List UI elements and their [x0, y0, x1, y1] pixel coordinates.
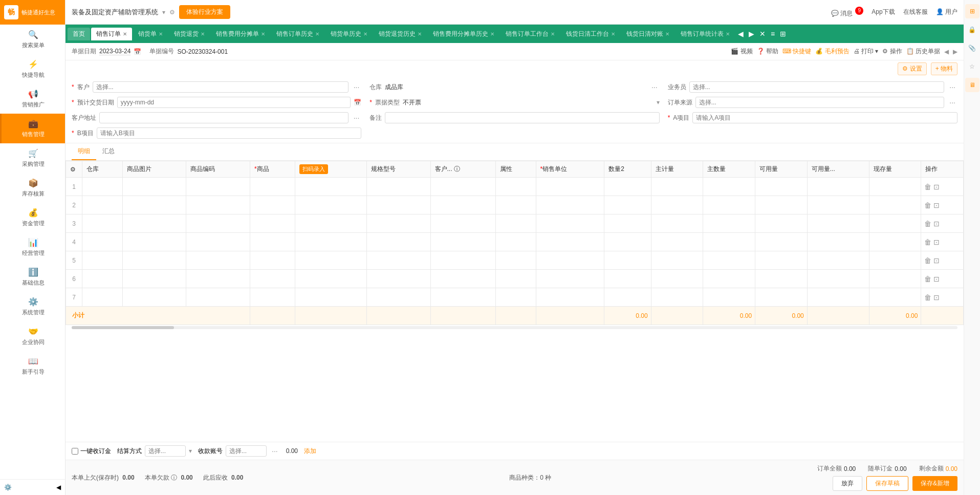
row-main-qty-4[interactable]: [703, 251, 755, 270]
tab-item-4[interactable]: 销售费用分摊单✕: [211, 28, 270, 40]
user-avatar[interactable]: 👤 用户: [936, 8, 957, 16]
row-product-5[interactable]: [250, 270, 295, 288]
receipt-more-btn[interactable]: ···: [270, 447, 280, 455]
delete-btn-4[interactable]: 🗑: [924, 256, 931, 265]
row-main-qty-6[interactable]: [703, 288, 755, 307]
row-attr-1[interactable]: [495, 196, 536, 214]
row-product-6[interactable]: [250, 288, 295, 307]
row-main-measure-6[interactable]: [651, 288, 703, 307]
delete-btn-3[interactable]: 🗑: [924, 238, 931, 246]
row-stock-6[interactable]: [869, 288, 921, 307]
tab-close-4[interactable]: ✕: [261, 31, 265, 37]
sidebar-item-系统管理[interactable]: ⚙️系统管理: [0, 292, 65, 321]
address-input[interactable]: [99, 112, 349, 123]
receipt-no-input[interactable]: [226, 445, 267, 457]
project-a-input[interactable]: [692, 112, 957, 123]
row-qty2-4[interactable]: [604, 251, 651, 270]
tab-close-12[interactable]: ✕: [726, 31, 730, 37]
row-available2-6[interactable]: [807, 288, 869, 307]
row-code-0[interactable]: [186, 178, 250, 196]
sidebar-item-采购管理[interactable]: 🛒采购管理: [0, 143, 65, 173]
row-available-4[interactable]: [755, 251, 808, 270]
right-icon-screen[interactable]: 🖥: [965, 78, 979, 92]
row-spec-3[interactable]: [366, 233, 430, 251]
sidebar-item-企业协同[interactable]: 🤝企业协同: [0, 321, 65, 351]
row-main-measure-1[interactable]: [651, 196, 703, 214]
row-spec-2[interactable]: [366, 214, 430, 233]
row-main-qty-2[interactable]: [703, 214, 755, 233]
row-available-3[interactable]: [755, 233, 808, 251]
row-available2-1[interactable]: [807, 196, 869, 214]
tab-close-6[interactable]: ✕: [363, 31, 367, 37]
sidebar-item-快捷导航[interactable]: ⚡快捷导航: [0, 54, 65, 84]
delete-btn-6[interactable]: 🗑: [924, 293, 931, 302]
sidebar-item-新手引导[interactable]: 📖新手引导: [0, 351, 65, 381]
row-product-3[interactable]: [250, 233, 295, 251]
row-spec-5[interactable]: [366, 270, 430, 288]
sidebar-item-资金管理[interactable]: 💰资金管理: [0, 203, 65, 232]
remark-input[interactable]: [385, 112, 659, 123]
row-customer-2[interactable]: [430, 214, 495, 233]
row-warehouse-5[interactable]: [82, 270, 123, 288]
settings-icon[interactable]: ⚙️: [4, 484, 12, 491]
tab-prev-btn[interactable]: ◀: [736, 29, 746, 39]
row-customer-3[interactable]: [430, 233, 495, 251]
shortcut-btn[interactable]: ⌨ 快捷键: [782, 47, 811, 56]
copy-btn-5[interactable]: ⊡: [933, 275, 940, 283]
settings-gear-icon[interactable]: ⚙: [169, 9, 175, 16]
row-unit-6[interactable]: [536, 288, 604, 307]
row-product-2[interactable]: [250, 214, 295, 233]
tab-menu-btn[interactable]: ≡: [769, 29, 777, 39]
help-btn[interactable]: ❓ 帮助: [757, 47, 778, 56]
tab-close-8[interactable]: ✕: [490, 31, 494, 37]
profit-btn[interactable]: 💰 毛利预告: [815, 47, 849, 56]
row-stock-1[interactable]: [869, 196, 921, 214]
row-warehouse-0[interactable]: [82, 178, 123, 196]
row-available-1[interactable]: [755, 196, 808, 214]
save-draft-btn[interactable]: 保存草稿: [866, 476, 908, 491]
warehouse-more-btn[interactable]: ···: [649, 83, 660, 91]
row-warehouse-2[interactable]: [82, 214, 123, 233]
row-qty2-1[interactable]: [604, 196, 651, 214]
row-main-qty-0[interactable]: [703, 178, 755, 196]
col-settings[interactable]: ⚙: [66, 161, 82, 178]
invoice-chevron-icon[interactable]: ▾: [657, 99, 660, 106]
tab-close-all-btn[interactable]: ✕: [757, 29, 768, 39]
row-customer-5[interactable]: [430, 270, 495, 288]
footer-add-btn[interactable]: 添加: [304, 447, 316, 456]
row-unit-5[interactable]: [536, 270, 604, 288]
row-code-5[interactable]: [186, 270, 250, 288]
copy-btn-6[interactable]: ⊡: [933, 293, 940, 302]
row-qty2-2[interactable]: [604, 214, 651, 233]
row-warehouse-4[interactable]: [82, 251, 123, 270]
row-qty2-5[interactable]: [604, 270, 651, 288]
chevron-down-icon[interactable]: ▾: [162, 9, 165, 16]
delete-btn-0[interactable]: 🗑: [924, 183, 931, 191]
payment-method-input[interactable]: [145, 445, 186, 457]
row-spec-1[interactable]: [366, 196, 430, 214]
row-warehouse-3[interactable]: [82, 233, 123, 251]
row-available2-5[interactable]: [807, 270, 869, 288]
row-warehouse-1[interactable]: [82, 196, 123, 214]
row-qty2-6[interactable]: [604, 288, 651, 307]
sidebar-item-经营管理[interactable]: 📊经营管理: [0, 232, 65, 262]
row-unit-4[interactable]: [536, 251, 604, 270]
sidebar-item-营销推广[interactable]: 📢营销推广: [0, 84, 65, 114]
tab-item-6[interactable]: 销货单历史✕: [325, 28, 373, 40]
address-more-btn[interactable]: ···: [352, 114, 362, 122]
delete-btn-2[interactable]: 🗑: [924, 220, 931, 228]
tab-item-5[interactable]: 销售订单历史✕: [271, 28, 324, 40]
row-code-4[interactable]: [186, 251, 250, 270]
row-main-qty-5[interactable]: [703, 270, 755, 288]
row-product-1[interactable]: [250, 196, 295, 214]
tab-close-11[interactable]: ✕: [665, 31, 669, 37]
row-available2-4[interactable]: [807, 251, 869, 270]
sidebar-item-销售管理[interactable]: 💼销售管理: [0, 114, 65, 143]
row-stock-2[interactable]: [869, 214, 921, 233]
settings-btn[interactable]: ⚙ 设置: [898, 62, 926, 75]
row-product-0[interactable]: [250, 178, 295, 196]
row-product-4[interactable]: [250, 251, 295, 270]
row-available-2[interactable]: [755, 214, 808, 233]
save-new-btn[interactable]: 保存&新增: [912, 476, 957, 491]
row-code-6[interactable]: [186, 288, 250, 307]
